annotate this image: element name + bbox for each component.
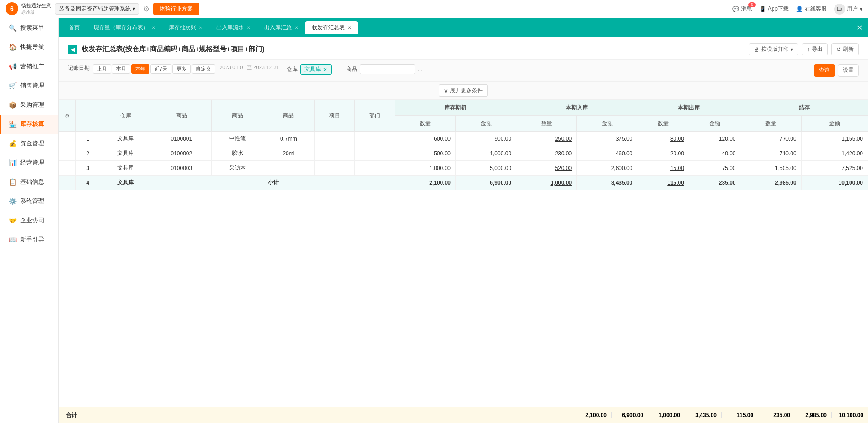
goods-label: 商品: [346, 66, 357, 73]
sidebar-label-operations: 经营管理: [20, 159, 44, 167]
th-bal-qty: 数量: [741, 116, 801, 132]
sidebar-item-quick[interactable]: 🏠 快捷导航: [0, 38, 58, 57]
th-dept: 部门: [354, 100, 395, 132]
tab-stock-dist-close[interactable]: ✕: [151, 25, 155, 30]
tab-inout-summary-close[interactable]: ✕: [294, 25, 298, 30]
tab-stock-dist[interactable]: 现存量（库存分布表） ✕: [87, 21, 161, 34]
sidebar-item-operations[interactable]: 📊 经营管理: [0, 153, 58, 172]
table-row: 1 文具库 0100001 中性笔 0.7mm 600.00 900.00 25…: [59, 132, 868, 146]
th-goods1: 商品: [212, 100, 263, 132]
table-row: 3 文具库 0100003 采访本 1,000.00 5,000.00 520.…: [59, 161, 868, 176]
tab-recv-send-summary[interactable]: 收发存汇总表 ✕: [305, 21, 358, 34]
print-template-button[interactable]: 🖨 按模版打印 ▾: [749, 43, 798, 55]
search-icon: 🔍: [9, 24, 17, 32]
tab-recv-send-close[interactable]: ✕: [348, 25, 351, 30]
user-item[interactable]: Ea 用户 ▾: [834, 4, 862, 15]
warehouse-tag-close[interactable]: ✕: [323, 66, 327, 73]
page-actions: 🖨 按模版打印 ▾ ↑ 导出 ↺ 刷新: [749, 43, 859, 55]
trial-button[interactable]: 体验行业方案: [153, 3, 199, 15]
chevron-down-icon: ▾: [791, 46, 793, 53]
sidebar-label-inventory: 库存核算: [20, 120, 44, 128]
date-btn-more[interactable]: 更多: [172, 64, 191, 74]
subtotal-row: 4 文具库 小计 2,100.00 6,900.00 1,000.00 3,43…: [59, 176, 868, 190]
sidebar-item-corp[interactable]: 🤝 企业协同: [0, 211, 58, 230]
tab-inout-flow-label: 出入库流水: [216, 24, 244, 32]
tab-inout-flow[interactable]: 出入库流水 ✕: [210, 21, 257, 34]
sidebar-label-search: 搜索菜单: [20, 24, 44, 32]
settings-button[interactable]: 设置: [838, 64, 859, 77]
date-btn-this-month[interactable]: 本月: [112, 64, 130, 74]
app-download-label: App下载: [768, 5, 789, 13]
logo-area: 6 畅捷通好生意 标准版: [6, 2, 51, 15]
total-label: 合计: [59, 412, 288, 419]
goods-more[interactable]: ...: [418, 66, 422, 72]
date-btn-custom[interactable]: 自定义: [192, 64, 215, 74]
tab-batch[interactable]: 库存批次账 ✕: [162, 21, 209, 34]
sidebar-item-guide[interactable]: 📖 新手引导: [0, 230, 58, 249]
table-container: ⚙ 仓库 商品 商品 商品 项目 部门 库存期初 本期入库 本期出库: [59, 100, 868, 407]
tab-home[interactable]: 首页: [62, 21, 86, 34]
phone-icon: 📱: [759, 6, 766, 12]
sidebar-item-inventory[interactable]: 🏪 库存核算: [0, 115, 58, 134]
brand-name: 畅捷通好生意: [21, 2, 51, 9]
message-item[interactable]: 💬 消息 6: [732, 5, 752, 13]
tab-inout-summary[interactable]: 出入库汇总 ✕: [258, 21, 304, 34]
top-bar-right: 💬 消息 6 📱 App下载 👤 在线客服 Ea 用户 ▾: [732, 4, 862, 15]
th-open-qty: 数量: [395, 116, 455, 132]
tab-recv-send-label: 收发存汇总表: [312, 24, 345, 32]
sidebar-item-system[interactable]: ⚙️ 系统管理: [0, 192, 58, 211]
collapse-arrow[interactable]: ◀: [68, 45, 77, 54]
top-bar: 6 畅捷通好生意 标准版 装备及固定资产辅助管理系统 ▾ ⚙ 体验行业方案 💬 …: [0, 0, 868, 18]
total-out-amt: 235.00: [758, 412, 795, 418]
sidebar-label-finance: 资金管理: [20, 139, 44, 148]
th-out-amt: 金额: [689, 116, 741, 132]
sidebar-label-quick: 快捷导航: [20, 43, 44, 51]
tab-batch-close[interactable]: ✕: [199, 25, 203, 30]
refresh-button[interactable]: ↺ 刷新: [831, 43, 859, 55]
sidebar-item-marketing[interactable]: 📢 营销推广: [0, 57, 58, 76]
total-out-qty: 115.00: [721, 412, 758, 418]
th-in-qty: 数量: [516, 116, 577, 132]
th-open-amt: 金额: [455, 116, 516, 132]
warehouse-more[interactable]: ...: [334, 66, 339, 73]
data-table: ⚙ 仓库 商品 商品 商品 项目 部门 库存期初 本期入库 本期出库: [59, 100, 868, 190]
operations-icon: 📊: [9, 159, 17, 166]
online-service-item[interactable]: 👤 在线客服: [796, 5, 827, 13]
date-btn-this-year[interactable]: 本年: [131, 64, 149, 74]
sidebar-label-basic: 基础信息: [20, 178, 44, 186]
th-opening: 库存期初: [395, 100, 516, 116]
goods-search-input[interactable]: [360, 64, 415, 74]
tab-inout-flow-close[interactable]: ✕: [247, 25, 250, 30]
user-avatar: Ea: [834, 4, 845, 15]
tab-bar-close-all[interactable]: ✕: [855, 22, 864, 34]
warehouse-tag[interactable]: 文具库 ✕: [300, 64, 332, 75]
app-download-item[interactable]: 📱 App下载: [759, 5, 789, 13]
tab-stock-dist-label: 现存量（库存分布表）: [94, 24, 149, 32]
date-btn-7days[interactable]: 近7天: [150, 64, 171, 74]
sidebar-item-finance[interactable]: 💰 资金管理: [0, 134, 58, 153]
total-bal-qty: 2,985.00: [795, 412, 831, 418]
sidebar-item-purchase[interactable]: 📦 采购管理: [0, 95, 58, 115]
sidebar-item-basic[interactable]: 📋 基础信息: [0, 172, 58, 192]
settings-icon[interactable]: ⚙: [143, 5, 149, 13]
expand-button[interactable]: ∨ 展开更多条件: [439, 84, 488, 97]
th-settings[interactable]: ⚙: [59, 100, 76, 132]
tab-home-label: 首页: [69, 24, 80, 32]
page-header: ◀ 收发存汇总表(按仓库+商品编码+商品+规格型号+项目+部门) 🖨 按模版打印…: [59, 37, 868, 60]
tab-bar: 首页 现存量（库存分布表） ✕ 库存批次账 ✕ 出入库流水 ✕ 出入库汇总 ✕ …: [59, 18, 868, 37]
service-icon: 👤: [796, 6, 803, 12]
sidebar-label-marketing: 营销推广: [20, 62, 44, 71]
user-label: 用户: [847, 5, 858, 13]
date-label: 记账日期: [68, 64, 90, 72]
table-settings-icon[interactable]: ⚙: [65, 113, 70, 119]
date-btn-last-month[interactable]: 上月: [93, 64, 111, 74]
export-button[interactable]: ↑ 导出: [802, 43, 828, 55]
query-button[interactable]: 查询: [814, 64, 835, 77]
sidebar-label-sales: 销售管理: [20, 82, 44, 90]
sidebar-item-sales[interactable]: 🛒 销售管理: [0, 76, 58, 95]
finance-icon: 💰: [9, 140, 17, 147]
th-balance: 结存: [741, 100, 868, 116]
sidebar-item-search[interactable]: 🔍 搜索菜单: [0, 18, 58, 38]
system-selector[interactable]: 装备及固定资产辅助管理系统 ▾: [55, 3, 139, 15]
page-title: 收发存汇总表(按仓库+商品编码+商品+规格型号+项目+部门): [82, 45, 265, 54]
